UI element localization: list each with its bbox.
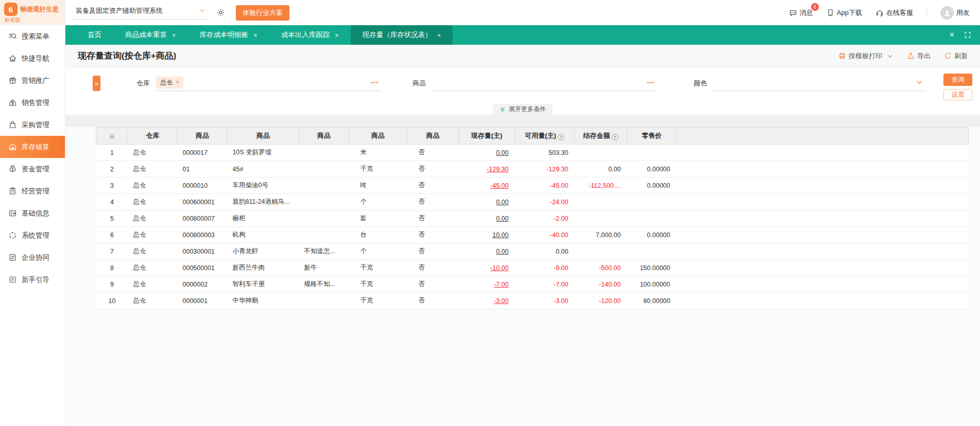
sidebar-item-基础信息[interactable]: 基础信息 [0, 202, 65, 224]
cell-batch-flag: 否 [407, 260, 459, 276]
qty-link[interactable]: -45.00 [490, 182, 508, 189]
tabbar-actions: × [950, 25, 980, 45]
tab-close-icon[interactable]: × [253, 31, 257, 39]
tab-close-icon[interactable]: × [335, 31, 339, 39]
cell-product-name: 新西兰牛肉 [228, 260, 299, 276]
tab-现存量（库存状况表）[interactable]: 现存量（库存状况表）× [351, 25, 453, 45]
settings-icon[interactable] [109, 133, 115, 140]
sidebar-item-搜索菜单[interactable]: 搜索菜单 [0, 25, 65, 47]
cell-qty-available: -40.00 [515, 227, 575, 243]
qty-link[interactable]: -10.00 [490, 264, 508, 272]
tab-商品成本重算[interactable]: 商品成本重算× [113, 25, 188, 45]
product-input[interactable]: ••• [431, 76, 658, 91]
qty-link[interactable]: 0.00 [496, 248, 508, 255]
app-download-button[interactable]: App下载 [827, 8, 862, 17]
warehouse-input[interactable]: 总仓 × ••• [155, 76, 382, 91]
qty-link[interactable]: 0.00 [496, 199, 508, 206]
table-row[interactable]: 5总仓000800007橱柜套否0.00-2.00 [96, 210, 969, 227]
cell-qty-available: 503.30 [515, 145, 575, 161]
qty-link[interactable]: -3.00 [494, 297, 509, 305]
tab-首页[interactable]: 首页 [76, 25, 113, 45]
online-service-button[interactable]: 在线客服 [875, 8, 913, 17]
more-dots-icon[interactable]: ••• [647, 80, 655, 85]
table-row[interactable]: 6总仓000800003机构台否10.00-40.007,000.000.000… [96, 227, 969, 243]
refresh-button[interactable]: 刷新 [944, 51, 968, 61]
chevron-down-icon[interactable] [916, 79, 923, 86]
sidebar-item-label: 资金管理 [22, 165, 49, 174]
sidebar-item-采购管理[interactable]: 采购管理 [0, 114, 65, 136]
sidebar-item-快捷导航[interactable]: 快捷导航 [0, 47, 65, 69]
table-row[interactable]: 4总仓000600001晨韵811-24酒精马...个否0.00-24.00 [96, 194, 969, 210]
system-select[interactable]: 装备及固定资产辅助管理系统 [73, 6, 208, 20]
cell-product-spec [299, 177, 349, 194]
cell-unit: 米 [349, 145, 407, 161]
print-by-template-button[interactable]: 按模板打印 [838, 51, 882, 61]
cell-row-number: 2 [96, 161, 128, 177]
cell-retail-price: 0.00000 [627, 227, 677, 243]
sidebar-item-库存核算[interactable]: 库存核算 [0, 136, 65, 158]
cell-qty-available: -3.00 [515, 293, 575, 309]
cell-filler [677, 177, 969, 194]
column-header-label: 零售价 [642, 132, 662, 139]
tab-成本出入库跟踪[interactable]: 成本出入库跟踪× [269, 25, 351, 45]
tab-库存成本明细账[interactable]: 库存成本明细账× [188, 25, 269, 45]
sidebar-item-系统管理[interactable]: 系统管理 [0, 224, 65, 246]
cell-retail-price [627, 210, 677, 227]
qty-link[interactable]: -129.30 [487, 166, 508, 173]
table-row[interactable]: 3总仓0000010车用柴油0号吨否-45.00-45.00-112,500..… [96, 177, 969, 194]
sidebar-item-label: 经营管理 [22, 187, 49, 196]
close-icon[interactable]: × [950, 31, 954, 39]
table-row[interactable]: 2总仓0145#千克否-129.30-129.300.000.00000 [96, 161, 969, 177]
avatar [940, 6, 954, 20]
cell-qty-on-hand: 0.00 [459, 194, 515, 210]
sidebar-item-资金管理[interactable]: 资金管理 [0, 158, 65, 180]
sidebar-item-营销推广[interactable]: 营销推广 [0, 69, 65, 92]
settings-button[interactable]: 设置 [943, 89, 972, 100]
cell-qty-available: -24.00 [515, 194, 575, 210]
qty-link[interactable]: 10.00 [492, 232, 508, 239]
qty-link[interactable]: 0.00 [496, 215, 508, 222]
table-row[interactable]: 8总仓000500001新西兰牛肉新牛千克否-10.00-9.00-500.00… [96, 260, 969, 276]
qty-link[interactable]: 0.00 [496, 149, 508, 156]
tab-close-icon[interactable]: × [437, 31, 441, 39]
column-header-label: 可用量(主) [525, 132, 556, 139]
query-button[interactable]: 查询 [943, 74, 972, 86]
cell-product-spec: 不知道怎... [299, 243, 349, 260]
table-row[interactable]: 10总仓0000001中华神鹅千克否-3.00-3.00-120.0080.00… [96, 293, 969, 309]
cell-unit: 个 [349, 194, 407, 210]
cell-warehouse: 总仓 [128, 243, 178, 260]
help-icon[interactable]: ? [558, 134, 564, 140]
table-row[interactable]: 9总仓0000002智利车子里规格不知...千克否-7.00-7.00-140.… [96, 276, 969, 293]
cell-qty-available: -45.00 [515, 177, 575, 194]
help-icon[interactable]: ? [612, 134, 618, 140]
collapse-filter-button[interactable]: » [93, 76, 100, 91]
tab-close-icon[interactable]: × [172, 31, 176, 39]
color-input[interactable] [712, 76, 926, 91]
export-button[interactable]: 导出 [907, 51, 931, 61]
print-label: 按模板打印 [849, 51, 882, 61]
cell-product-code: 0000001 [178, 293, 228, 309]
clipboard-icon [8, 187, 17, 196]
cell-product-name: 车用柴油0号 [228, 177, 299, 194]
qty-link[interactable]: -7.00 [494, 281, 509, 288]
app-window: 6 畅捷通好生意 标准版 搜索菜单快捷导航营销推广销售管理采购管理库存核算资金管… [0, 0, 980, 426]
fullscreen-icon[interactable] [964, 31, 971, 39]
tag-remove-icon[interactable]: × [176, 79, 179, 86]
expand-more-conditions[interactable]: 展开更多条件 [493, 104, 553, 115]
sidebar-item-新手引导[interactable]: 新新手引导 [0, 269, 65, 291]
svg-text:新: 新 [11, 277, 15, 282]
trial-plan-button[interactable]: 体验行业方案 [236, 5, 289, 21]
sidebar-item-企业协同[interactable]: 企业协同 [0, 246, 65, 269]
gear-icon[interactable] [216, 8, 225, 17]
cell-retail-price [627, 194, 677, 210]
sidebar-item-经营管理[interactable]: 经营管理 [0, 180, 65, 202]
messages-button[interactable]: 消息 6 [789, 8, 813, 17]
chevron-down-icon[interactable] [887, 53, 893, 60]
user-menu[interactable]: 用友 [940, 6, 970, 20]
more-dots-icon[interactable]: ••• [371, 80, 379, 85]
brand-edition: 标准版 [4, 16, 62, 24]
table-row[interactable]: 7总仓000300001小青龙虾不知道怎...个否0.000.00 [96, 243, 969, 260]
table-row[interactable]: 1总仓000001710S 变斜罗缎米否0.00503.30 [96, 145, 969, 161]
sidebar-item-销售管理[interactable]: 销售管理 [0, 92, 65, 114]
cell-row-number: 3 [96, 177, 128, 194]
